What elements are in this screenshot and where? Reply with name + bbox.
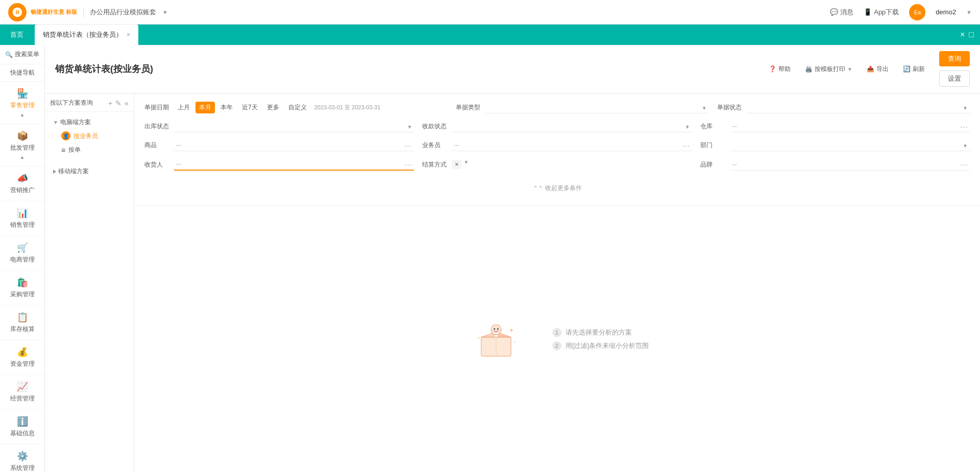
export-label: 导出	[876, 65, 889, 74]
app-dropdown-arrow[interactable]: ▼	[162, 9, 168, 15]
date-btn-custom[interactable]: 自定义	[285, 102, 310, 113]
tab-close-btn[interactable]: ×	[127, 31, 130, 38]
finance-icon: 💰	[17, 346, 28, 358]
refresh-label: 刷新	[913, 65, 925, 74]
receiver-filter-item: 收货人 ···	[144, 158, 414, 171]
window-close-btn[interactable]: ×	[960, 30, 965, 39]
scheme-salesman-item[interactable]: 👤 按业务员	[50, 129, 129, 143]
out-status-input[interactable]	[174, 121, 414, 132]
sidebar-item-finance[interactable]: 💰 资金管理	[0, 340, 44, 375]
date-btn-this-month[interactable]: 本月	[195, 102, 215, 113]
filter-row-2: 出库状态 ▼ 收款状态 ▼	[144, 121, 970, 132]
filter-row-1: 单据日期 上月 本月 本年 近7天 更多 自定义 2023-03-01 至 20…	[144, 102, 970, 113]
app-download-btn[interactable]: 📱 App下载	[864, 8, 899, 17]
scheme-order-item[interactable]: ≡ 按单	[50, 143, 129, 157]
search-menu-label: 搜索菜单	[15, 50, 39, 59]
out-status-filter-item: 出库状态 ▼	[144, 121, 414, 132]
export-btn[interactable]: 📤 导出	[863, 63, 893, 76]
sidebar-operation-label: 经营管理	[10, 394, 35, 403]
mobile-group-label[interactable]: 移动端方案	[50, 165, 129, 178]
pc-expand-icon: ▼	[53, 120, 58, 125]
wholesale-icon: 📦	[17, 130, 28, 141]
help-btn[interactable]: ❓ 帮助	[765, 63, 795, 76]
purchase-icon: 🛍️	[17, 277, 28, 288]
product-input[interactable]	[174, 139, 414, 151]
scheme-edit-btn[interactable]: ✎	[115, 99, 121, 107]
product-filter-item: 商品 ···	[144, 139, 414, 151]
sidebar-item-retail[interactable]: 🏪 零售管理 ▲	[0, 82, 44, 124]
brand-input[interactable]	[730, 159, 970, 171]
receipt-status-input[interactable]	[452, 121, 692, 132]
template-print-btn[interactable]: 🖨️ 按模板打印 ▼	[801, 63, 856, 76]
filter-panel: 单据日期 上月 本月 本年 近7天 更多 自定义 2023-03-01 至 20…	[134, 93, 980, 205]
sidebar-quick-nav[interactable]: 快捷导航	[0, 64, 44, 82]
date-btn-this-year[interactable]: 本年	[217, 102, 236, 113]
sidebar-item-purchase[interactable]: 🛍️ 采购管理	[0, 271, 44, 305]
scheme-add-btn[interactable]: +	[108, 99, 112, 107]
settlement-tag-close[interactable]: ×	[455, 161, 458, 168]
page-title: 销货单统计表(按业务员)	[55, 63, 153, 75]
top-nav: 畅捷通好生意 标版 办公用品行业模拟账套 ▼ 💬 消息 📱 App下载 Ea d…	[0, 0, 980, 25]
system-icon: ⚙️	[17, 451, 28, 462]
scheme-collapse-btn[interactable]: «	[125, 99, 129, 107]
sidebar-wholesale-label: 批发管理	[10, 144, 35, 152]
avatar[interactable]: Ea	[909, 4, 925, 20]
receipt-status-control: ▼	[452, 121, 692, 132]
settlement-label: 结算方式	[422, 160, 448, 169]
sidebar-finance-label: 资金管理	[10, 360, 35, 368]
department-filter-item: 部门 ▼	[700, 139, 970, 151]
sidebar-item-inventory[interactable]: 📋 库存核算	[0, 305, 44, 340]
order-type-filter-item: 单据类型 ▼	[456, 102, 708, 113]
sidebar-item-basic-info[interactable]: ℹ️ 基础信息	[0, 410, 44, 444]
sidebar-item-operation[interactable]: 📈 经营管理	[0, 375, 44, 410]
user-dropdown-arrow[interactable]: ▼	[966, 9, 972, 15]
warehouse-filter-item: 仓库 ···	[700, 121, 970, 132]
svg-text:✦: ✦	[513, 340, 516, 344]
sidebar-item-sales[interactable]: 📊 销售管理	[0, 201, 44, 236]
sidebar-item-system[interactable]: ⚙️ 系统管理	[0, 444, 44, 472]
order-status-input[interactable]	[747, 102, 970, 113]
date-btn-more[interactable]: 更多	[263, 102, 283, 113]
date-btn-last-month[interactable]: 上月	[174, 102, 193, 113]
help-label: 帮助	[778, 65, 791, 74]
message-btn[interactable]: 💬 消息	[830, 8, 853, 17]
warehouse-input[interactable]	[730, 121, 970, 132]
department-label: 部门	[700, 141, 726, 150]
username[interactable]: demo2	[936, 8, 956, 16]
window-maximize-btn[interactable]: □	[969, 30, 974, 39]
download-icon: 📱	[864, 8, 872, 16]
brand-filter-item: 品牌 ···	[700, 159, 970, 171]
settlement-tag: ×	[452, 160, 461, 169]
date-btn-7days[interactable]: 近7天	[238, 102, 261, 113]
department-input[interactable]	[730, 139, 970, 151]
empty-icon-area: ✦ ✦ ✦	[465, 314, 527, 365]
tab-active[interactable]: 销货单统计表（按业务员） ×	[35, 25, 138, 45]
tab-bar: 首页 销货单统计表（按业务员） × × □	[0, 25, 980, 45]
top-nav-right: 💬 消息 📱 App下载 Ea demo2 ▼	[830, 4, 972, 20]
date-label: 单据日期	[144, 103, 170, 112]
sidebar-item-wholesale[interactable]: 📦 批发管理 ▲	[0, 124, 44, 167]
order-status-control: ▼	[747, 102, 970, 113]
quick-nav-label: 快捷导航	[10, 68, 35, 77]
query-btn[interactable]: 查询	[939, 51, 970, 66]
settlement-dropdown-icon: ▼	[463, 159, 469, 164]
sidebar-basic-info-label: 基础信息	[10, 429, 35, 438]
retail-icon: 🏪	[17, 88, 28, 99]
out-status-control: ▼	[174, 121, 414, 132]
salesman-input[interactable]	[452, 139, 692, 151]
settings-btn[interactable]: 设置	[939, 70, 970, 87]
receiver-input[interactable]	[174, 158, 414, 171]
action-buttons-group: 查询 设置	[935, 51, 970, 87]
collapse-btn[interactable]: ⌃⌃ 收起更多条件	[527, 182, 588, 195]
sidebar-search[interactable]: 🔍 搜索菜单	[0, 45, 44, 64]
empty-text-area: 1 请先选择要分析的方案 2 用[过滤]条件来缩小分析范围	[552, 328, 649, 350]
scheme-order-label: 按单	[68, 146, 81, 154]
order-type-input[interactable]	[485, 102, 708, 113]
tab-home[interactable]: 首页	[0, 25, 34, 45]
sidebar-item-marketing[interactable]: 📣 营销推广	[0, 167, 44, 201]
sidebar-item-ecommerce[interactable]: 🛒 电商管理	[0, 236, 44, 271]
refresh-btn[interactable]: 🔄 刷新	[899, 63, 929, 76]
collapse-row: ⌃⌃ 收起更多条件	[144, 178, 970, 197]
svg-text:✦: ✦	[509, 327, 514, 334]
empty-num-2: 2	[552, 341, 561, 350]
